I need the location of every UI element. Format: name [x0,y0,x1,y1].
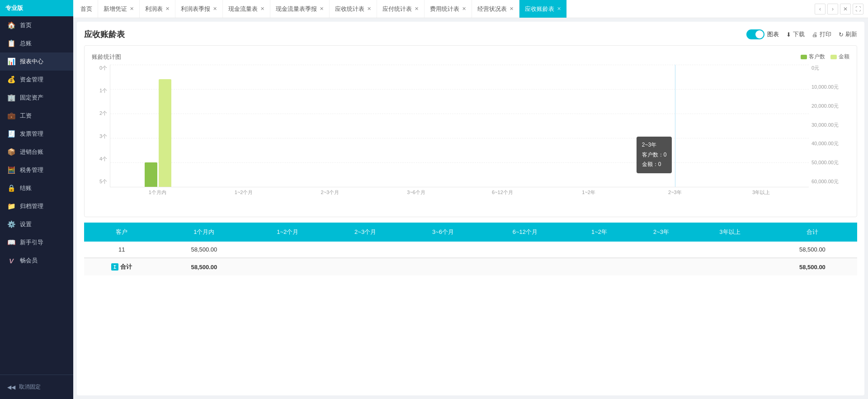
sidebar-item-closing-label: 结账 [20,184,32,192]
tab-ar-stat[interactable]: 应收统计表 ✕ [330,0,377,18]
sidebar-item-salary[interactable]: 💼 工资 [0,107,73,125]
tab-home[interactable]: 首页 [75,0,98,18]
main-area: 首页 新增凭证 ✕ 利润表 ✕ 利润表季报 ✕ 现金流量表 ✕ 现金流量表季报 … [73,0,868,399]
col-header-m612: 6~12个月 [482,223,568,242]
tab-biz-status[interactable]: 经营状况表 ✕ [472,0,519,18]
tab-home-label: 首页 [80,5,92,13]
tab-voucher[interactable]: 新增凭证 ✕ [98,0,140,18]
sidebar-item-ledger-label: 总账 [20,39,32,48]
assets-icon: 🏢 [7,94,15,102]
sidebar-item-inventory[interactable]: 📦 进销台账 [0,143,73,161]
sidebar-item-settings[interactable]: ⚙️ 设置 [0,215,73,233]
close-biz-status-icon[interactable]: ✕ [509,6,514,12]
sidebar-item-guide[interactable]: 📖 新手引导 [0,233,73,252]
tab-close-all-button[interactable]: ✕ [840,4,851,14]
tab-prev-button[interactable]: ‹ [815,4,826,14]
sidebar-item-closing[interactable]: 🔒 结账 [0,179,73,197]
y-left-2: 2个 [99,110,107,117]
print-button[interactable]: 🖨 打印 [812,30,831,38]
sidebar-item-guide-label: 新手引导 [20,238,43,247]
close-ap-stat-icon[interactable]: ✕ [415,6,419,12]
legend-amount-dot [830,55,837,59]
tab-ap-stat-label: 应付统计表 [382,5,412,13]
print-icon: 🖨 [812,31,818,38]
col-header-m23: 2~3个月 [326,223,404,242]
sidebar-item-assets[interactable]: 🏢 固定资产 [0,89,73,107]
closing-icon: 🔒 [7,184,15,192]
ledger-icon: 📋 [7,39,15,48]
close-expense-icon[interactable]: ✕ [462,6,466,12]
sidebar-item-archive[interactable]: 📁 归档管理 [0,197,73,215]
footer-y2 [630,258,692,276]
close-ar-stat-icon[interactable]: ✕ [367,6,371,12]
tab-ar-aging[interactable]: 应收账龄表 ✕ [519,0,567,18]
sidebar-item-home[interactable]: 🏠 首页 [0,16,73,34]
footer-m2 [249,258,326,276]
page-title: 应收账龄表 [84,29,125,40]
cell-m1: 58,500.00 [159,242,249,258]
refresh-button[interactable]: ↻ 刷新 [839,30,857,38]
table-footer-row: Σ 合计 58,500.00 58,500.00 [84,258,857,276]
archive-icon: 📁 [7,202,15,210]
content-area: 应收账龄表 图表 ⬇ 下载 🖨 打印 ↻ 刷新 [77,22,864,395]
tab-next-button[interactable]: › [827,4,838,14]
table-header-row: 客户 1个月内 1~2个月 2~3个月 3~6个月 6~12个月 1~2年 2~… [84,223,857,242]
sidebar-item-home-label: 首页 [20,21,32,29]
sidebar-unpin-button[interactable]: ◀◀ 取消固定 [0,380,73,394]
bar-slot-4 [460,65,546,187]
sidebar-item-reports[interactable]: 📊 报表中心 [0,52,73,71]
tab-ap-stat[interactable]: 应付统计表 ✕ [377,0,425,18]
cell-y3 [692,242,768,258]
total-icon-wrap: Σ 合计 [111,263,132,271]
legend-customer-dot [801,55,807,59]
y-right-10000: 10,000.00元 [811,84,839,90]
y-left-5: 5个 [99,178,107,185]
tab-profit[interactable]: 利润表 ✕ [140,0,175,18]
sidebar-item-ledger[interactable]: 📋 总账 [0,34,73,52]
inventory-icon: 📦 [7,148,15,156]
close-cashflow-q-icon[interactable]: ✕ [320,6,324,12]
footer-m12 [482,258,568,276]
close-ar-aging-icon[interactable]: ✕ [557,6,561,12]
footer-label-text: 合计 [120,263,132,271]
y-axis-right: 60,000.00元 50,000.00元 40,000.00元 30,000.… [809,65,849,196]
y-right-50000: 50,000.00元 [811,159,839,166]
col-header-customer: 客户 [84,223,159,242]
sidebar-item-invoice[interactable]: 🧾 发票管理 [0,125,73,143]
chart-inner: 2~3年 客户数：0 金额：0 1个月内 1~2个月 2~3个月 [110,65,809,196]
y-right-0: 0元 [811,65,819,71]
member-icon: V [7,257,15,265]
sidebar-item-member[interactable]: V 畅会员 [0,252,73,270]
close-profit-icon[interactable]: ✕ [165,6,170,12]
y-left-1: 1个 [99,87,107,94]
sidebar-item-funds[interactable]: 💰 资金管理 [0,71,73,89]
col-header-y3plus: 3年以上 [692,223,768,242]
footer-m1: 58,500.00 [159,258,249,276]
close-voucher-icon[interactable]: ✕ [130,6,134,12]
tab-profit-q[interactable]: 利润表季报 ✕ [175,0,223,18]
sidebar-item-tax[interactable]: 🧮 税务管理 [0,161,73,179]
tab-profit-q-label: 利润表季报 [181,5,210,13]
close-profit-q-icon[interactable]: ✕ [213,6,217,12]
x-label-6: 2~3年 [632,189,718,196]
sidebar-item-settings-label: 设置 [20,220,32,228]
footer-label: Σ 合计 [84,258,159,276]
print-label: 打印 [820,30,831,38]
y-right-20000: 20,000.00元 [811,103,839,109]
sidebar-item-member-label: 畅会员 [20,256,38,265]
tab-fullscreen-button[interactable]: ⛶ [853,4,863,14]
chart-toggle[interactable] [746,29,764,39]
close-cashflow-icon[interactable]: ✕ [260,6,264,12]
bar-slot-7 [718,65,804,187]
bar-customer-0 [145,162,157,187]
footer-total: 58,500.00 [768,258,857,276]
cell-m12 [482,242,568,258]
tab-cashflow[interactable]: 现金流量表 ✕ [223,0,270,18]
tab-cashflow-q[interactable]: 现金流量表季报 ✕ [270,0,330,18]
download-button[interactable]: ⬇ 下载 [786,30,805,38]
tooltip-period: 2~3年 [642,140,667,150]
footer-m3 [326,258,404,276]
tab-expense[interactable]: 费用统计表 ✕ [425,0,472,18]
sidebar-item-invoice-label: 发票管理 [20,130,43,138]
cell-customer: 11 [84,242,159,258]
